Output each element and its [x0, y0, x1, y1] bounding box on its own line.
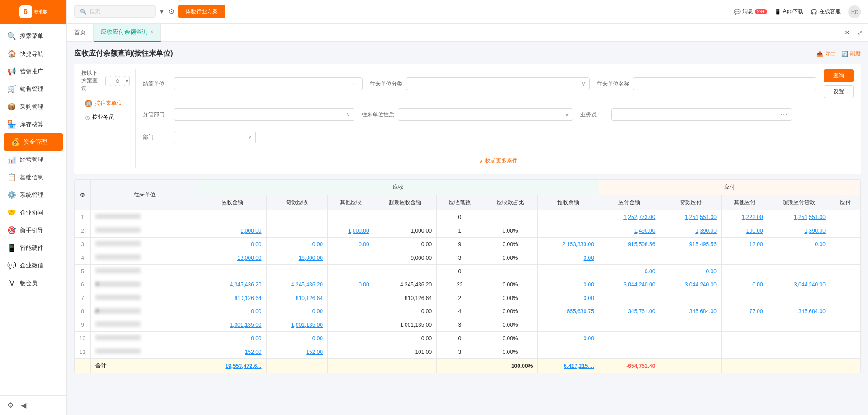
sidebar-item-collab[interactable]: 🤝 企业协同: [0, 204, 66, 221]
sidebar-item-sales[interactable]: 🛒 销售管理: [0, 80, 66, 98]
header-message-item[interactable]: 💬 消息 99+: [734, 8, 767, 15]
footer-ar-loan: [266, 359, 328, 373]
sidebar-item-purchase[interactable]: 📦 采购管理: [0, 98, 66, 115]
dept-input[interactable]: ∨: [174, 131, 256, 143]
scheme-partner-icon: 🏢: [85, 100, 92, 107]
footer-ar-prepay[interactable]: 6,417,215....: [538, 359, 599, 373]
sidebar-item-basic[interactable]: 📋 基础信息: [0, 168, 66, 186]
query-button[interactable]: 查询: [824, 69, 854, 82]
filter-scheme-by-partner[interactable]: 🏢 按往来单位: [81, 98, 130, 109]
sidebar-settings-icon[interactable]: ⚙: [7, 401, 14, 410]
sidebar-item-label: 采购管理: [20, 103, 43, 111]
tab-expand-icon[interactable]: ⤢: [855, 27, 864, 38]
header-app-label: App下载: [783, 8, 803, 15]
header-plan-button[interactable]: 体验行业方案: [178, 5, 225, 18]
table-row: 8P0.000.000.0040.00%655,636.75345,761.00…: [75, 305, 861, 318]
scheme-salesperson-label: 按业务员: [92, 114, 114, 121]
header-dropdown-icon[interactable]: ▼: [159, 9, 165, 15]
sidebar-item-label: 系统管理: [20, 191, 43, 199]
managing-dept-input[interactable]: ∨: [174, 108, 354, 121]
filter-add-btn[interactable]: +: [105, 76, 111, 86]
settings-button[interactable]: 设置: [824, 85, 854, 98]
refresh-button[interactable]: 🔄 刷新: [841, 50, 861, 57]
top-header: 🔍 搜索 ▼ ⚙ 体验行业方案 💬 消息 99+ 📱 App下载 🎧 在线客服 …: [67, 0, 868, 24]
tab-home[interactable]: 首页: [67, 24, 94, 42]
sidebar-bottom: ⚙ ◀: [0, 395, 66, 415]
dept-dropdown-icon: ∨: [248, 134, 252, 140]
page-actions: 📤 导出 🔄 刷新: [816, 50, 861, 57]
sidebar-item-quicknav[interactable]: 🏠 快捷导航: [0, 45, 66, 62]
settlement-input[interactable]: ···: [174, 77, 363, 90]
sidebar-item-label: 快捷导航: [20, 50, 43, 58]
partner-nature-input[interactable]: ∨: [398, 108, 573, 121]
filter-collapse-btn[interactable]: «: [124, 76, 130, 86]
sidebar-collapse-icon[interactable]: ◀: [21, 401, 26, 410]
cell-partner: [91, 332, 198, 345]
salesperson-input[interactable]: ···: [611, 108, 792, 121]
sidebar-item-hardware[interactable]: 📱 智能硬件: [0, 239, 66, 257]
filter-target-btn[interactable]: ⊙: [115, 76, 121, 86]
sidebar-item-label: 经营管理: [20, 156, 43, 164]
table-row: 6Y4,345,436.204,345,436.200.004,345,436.…: [75, 278, 861, 291]
category-input[interactable]: ∨: [406, 77, 590, 90]
partner-name-input[interactable]: [633, 77, 816, 90]
sidebar-item-member[interactable]: Ⅴ 畅会员: [0, 274, 66, 292]
th-ap-other: 其他应付: [721, 195, 768, 210]
tab-close-window-icon[interactable]: ✕: [843, 27, 852, 38]
sidebar-item-label: 企业微信: [20, 262, 43, 270]
footer-ar-other: [328, 359, 374, 373]
export-button[interactable]: 📤 导出: [816, 50, 836, 57]
sidebar-item-operation[interactable]: 📊 经营管理: [0, 151, 66, 168]
footer-ar-amount[interactable]: 19,553,472,6...: [198, 359, 266, 373]
sidebar-item-label: 销售管理: [20, 85, 43, 93]
sidebar-item-label: 库存核算: [20, 120, 43, 129]
sidebar-item-search[interactable]: 🔍 搜索菜单: [0, 27, 66, 45]
export-icon: 📤: [816, 51, 823, 57]
page-content-area: 应收应付余额查询(按往来单位) 📤 导出 🔄 刷新 按以下方案查询: [67, 42, 868, 415]
footer-ap-overdue: [768, 359, 830, 373]
th-partner-label: 往来单位: [134, 191, 156, 198]
table-row: 91,001,135.001,001,135.001,001,135.0030.…: [75, 318, 861, 332]
page-title: 应收应付余额查询(按往来单位): [74, 49, 173, 58]
settlement-label: 结算单位: [143, 80, 170, 88]
sidebar-item-inventory[interactable]: 🏪 库存核算: [0, 115, 66, 133]
sidebar-item-finance[interactable]: 💰 资金管理: [4, 133, 63, 151]
sidebar-item-label: 企业协同: [20, 209, 43, 217]
filter-area: 按以下方案查询 + ⊙ « 🏢 按往来单位 ◷ 按业务员: [74, 64, 861, 174]
table-row: 11152.00152.00101.0030.00%: [75, 345, 861, 359]
footer-ar-overdue: [374, 359, 436, 373]
table-row: 418,000.0018,000.009,000.0030.00%0.00: [75, 251, 861, 265]
table-row: 101,252,773.001,251,551.001,222.001,251,…: [75, 210, 861, 224]
sidebar-item-guide[interactable]: 🎯 新手引导: [0, 221, 66, 239]
sidebar-item-system[interactable]: ⚙️ 系统管理: [0, 186, 66, 204]
sidebar-item-wechat[interactable]: 💬 企业微信: [0, 257, 66, 274]
message-icon: 💬: [734, 9, 741, 15]
table-container: ⚙ 往来单位 应收 应付 应收金额 贷款应: [74, 179, 861, 373]
user-avatar[interactable]: Rit: [848, 5, 861, 18]
page-title-bar: 应收应付余额查询(按往来单位) 📤 导出 🔄 刷新: [74, 49, 861, 58]
tab-close-icon[interactable]: ×: [151, 29, 153, 34]
th-ar-amount: 应收金额: [198, 195, 266, 210]
hardware-icon: 📱: [7, 243, 16, 252]
member-icon: Ⅴ: [7, 279, 16, 287]
header-app-item[interactable]: 📱 App下载: [774, 8, 803, 15]
sidebar-item-label: 搜索菜单: [20, 32, 43, 40]
header-service-item[interactable]: 🎧 在线客服: [811, 8, 841, 15]
th-ap-amount: 应付金额: [599, 195, 660, 210]
filter-scheme-by-salesperson[interactable]: ◷ 按业务员: [81, 112, 130, 123]
logo-sub-text: 标准版: [34, 9, 47, 14]
header-gear-icon[interactable]: ⚙: [168, 7, 175, 16]
header-search-box[interactable]: 🔍 搜索: [74, 5, 156, 18]
sidebar-item-marketing[interactable]: 📢 营销推广: [0, 62, 66, 80]
filter-collapse-btn[interactable]: ∧ 收起更多条件: [143, 153, 854, 168]
header-service-label: 在线客服: [819, 8, 841, 15]
sidebar-item-label: 资金管理: [24, 138, 47, 146]
table-row: 21,000.001,000.001,000.0010.00%1,490.001…: [75, 224, 861, 238]
sidebar-logo: 6 畅捷通叫 标准版: [0, 0, 66, 24]
th-settings[interactable]: ⚙: [75, 180, 91, 210]
table-settings-icon[interactable]: ⚙: [80, 192, 85, 198]
purchase-icon: 📦: [7, 102, 16, 111]
tab-ar-query[interactable]: 应收应付余额查询 ×: [94, 24, 161, 42]
footer-ap-loan: [660, 359, 722, 373]
filter-field-category: 往来单位分类 ∨: [370, 77, 590, 90]
